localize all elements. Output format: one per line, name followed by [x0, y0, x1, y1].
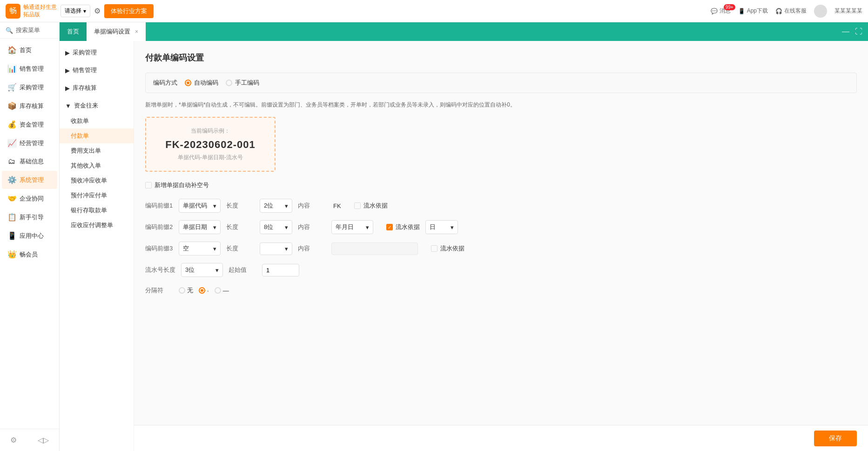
tab-minimize-button[interactable]: — [840, 26, 851, 38]
user-avatar[interactable] [814, 5, 827, 18]
sidebar-item-guide[interactable]: 📋 新手引导 [2, 208, 57, 226]
inventory-icon: 📦 [7, 101, 16, 110]
prefix3-serial-checkbox-box [431, 245, 437, 252]
tab-encoding-settings[interactable]: 单据编码设置 × [87, 22, 146, 41]
message-badge: 99+ [724, 4, 735, 10]
collapse-icon[interactable]: ◁▷ [35, 433, 52, 447]
online-service-button[interactable]: 🎧 在线客服 [775, 7, 807, 15]
sub-section-purchase: ▶ 采购管理 [60, 45, 134, 61]
sub-header-funds[interactable]: ▼ 资金往来 [60, 98, 134, 114]
prefix1-chevron-icon: ▾ [213, 202, 216, 209]
operations-icon: 📈 [7, 139, 16, 148]
sidebar: 🔍 搜索菜单 🏠 首页 📊 销售管理 🛒 采购管理 📦 库存核算 💰 [0, 22, 60, 451]
tab-close-icon[interactable]: × [135, 28, 138, 35]
serial-row: 流水号长度 3位 ▾ 起始值 [145, 263, 857, 277]
prefix3-chevron-icon: ▾ [213, 245, 216, 252]
manual-encoding-radio[interactable]: 手工编码 [226, 79, 259, 87]
sidebar-item-basic[interactable]: 🗂 基础信息 [2, 153, 57, 170]
sub-layout: ▶ 采购管理 ▶ 销售管理 ▶ 库存核算 [60, 41, 868, 451]
system-icon: ⚙️ [7, 175, 16, 184]
sidebar-item-operations[interactable]: 📈 经营管理 [2, 134, 57, 152]
sub-header-sales[interactable]: ▶ 销售管理 [60, 62, 134, 78]
prefix3-serial-checkbox[interactable]: 流水依据 [431, 244, 464, 253]
sidebar-item-system[interactable]: ⚙️ 系统管理 [2, 171, 57, 189]
auto-encoding-radio-circle [185, 80, 191, 86]
separator-dot-radio-dot [201, 289, 203, 292]
search-menu[interactable]: 🔍 搜索菜单 [0, 22, 59, 39]
auto-fill-row: 新增单据自动补空号 [145, 181, 857, 189]
settings-gear-icon[interactable]: ⚙ [94, 7, 101, 15]
app-download-button[interactable]: 📱 App下载 [738, 7, 768, 15]
sidebar-item-sales[interactable]: 📊 销售管理 [2, 60, 57, 78]
sidebar-item-inventory[interactable]: 📦 库存核算 [2, 97, 57, 115]
prefix2-period-select[interactable]: 日 ▾ [425, 220, 458, 234]
save-button[interactable]: 保存 [814, 431, 857, 446]
prefix2-length-select[interactable]: 8位 ▾ [260, 220, 292, 234]
sidebar-item-home[interactable]: 🏠 首页 [2, 41, 57, 59]
auto-fill-checkbox[interactable]: 新增单据自动补空号 [145, 181, 209, 189]
form-page: 付款单编码设置 编码方式 自动编码 [134, 41, 868, 425]
prefix1-length-chevron-icon: ▾ [285, 202, 288, 209]
sub-section-sales: ▶ 销售管理 [60, 62, 134, 78]
prefix3-select[interactable]: 空 ▾ [179, 242, 221, 256]
prefix1-label: 编码前缀1 [145, 202, 173, 210]
sidebar-item-finance[interactable]: 💰 资金管理 [2, 115, 57, 134]
company-dropdown[interactable]: 请选择 ▾ [61, 5, 90, 17]
code-preview-label: 当前编码示例： [155, 127, 265, 135]
sidebar-item-appcenter[interactable]: 📱 应用中心 [2, 227, 57, 245]
sidebar-item-purchase[interactable]: 🛒 采购管理 [2, 78, 57, 96]
sub-sidebar: ▶ 采购管理 ▶ 销售管理 ▶ 库存核算 [60, 41, 134, 451]
prefix3-length-label: 长度 [226, 244, 254, 253]
sidebar-item-vip[interactable]: 👑 畅会员 [2, 245, 57, 263]
code-preview: 当前编码示例： FK-20230602-001 单据代码-单据日期-流水号 [145, 117, 276, 172]
prefix3-length-select[interactable]: ▾ [260, 242, 292, 255]
home-icon: 🏠 [7, 46, 16, 54]
auto-encoding-radio[interactable]: 自动编码 [185, 79, 218, 87]
prefix1-length-select[interactable]: 2位 ▾ [260, 199, 292, 213]
sub-child-prepay-recv[interactable]: 预收冲应收单 [60, 173, 134, 188]
message-button[interactable]: 💬 消息 99+ [711, 7, 731, 15]
sub-child-expense[interactable]: 费用支出单 [60, 143, 134, 158]
arrow-right-sales-icon: ▶ [65, 67, 70, 74]
separator-dot-radio[interactable]: · [199, 287, 209, 294]
sub-child-prepay-pay[interactable]: 预付冲应付单 [60, 188, 134, 203]
sub-header-purchase[interactable]: ▶ 采购管理 [60, 45, 134, 61]
basic-icon: 🗂 [7, 157, 16, 166]
experience-button[interactable]: 体验行业方案 [104, 4, 154, 18]
sub-child-ap-adjust[interactable]: 应收应付调整单 [60, 218, 134, 233]
sub-child-other-income[interactable]: 其他收入单 [60, 158, 134, 173]
sub-header-inventory[interactable]: ▶ 库存核算 [60, 80, 134, 96]
main-layout: 🔍 搜索菜单 🏠 首页 📊 销售管理 🛒 采购管理 📦 库存核算 💰 [0, 22, 868, 451]
separator-none-radio[interactable]: 无 [179, 286, 193, 295]
code-preview-sub: 单据代码-单据日期-流水号 [155, 154, 265, 162]
sidebar-nav: 🏠 首页 📊 销售管理 🛒 采购管理 📦 库存核算 💰 资金管理 📈 经 [0, 39, 59, 429]
sub-child-bank-deposit[interactable]: 银行存取款单 [60, 203, 134, 218]
prefix2-select[interactable]: 单据日期 ▾ [179, 220, 221, 234]
separator-row: 分隔符 无 · — [145, 286, 857, 295]
logo-area: 畅 畅通道好生意 拓品版 [6, 4, 57, 19]
prefix3-row: 编码前缀3 空 ▾ 长度 ▾ 内容 [145, 242, 857, 256]
prefix2-content-select[interactable]: 年月日 ▾ [331, 220, 373, 234]
separator-dash-radio-circle [215, 287, 221, 294]
prefix2-row: 编码前缀2 单据日期 ▾ 长度 8位 ▾ 内容 年月日 [145, 220, 857, 234]
prefix1-select[interactable]: 单据代码 ▾ [179, 199, 221, 213]
tab-home[interactable]: 首页 [60, 22, 87, 41]
separator-none-radio-circle [179, 287, 185, 294]
separator-dash-radio[interactable]: — [215, 287, 229, 294]
sub-child-receipt[interactable]: 收款单 [60, 114, 134, 128]
encoding-radio-group: 自动编码 手工编码 [185, 79, 259, 87]
prefix2-serial-checkbox[interactable]: ✓ 流水依据 [386, 223, 420, 231]
headset-icon: 🎧 [775, 8, 782, 14]
sub-child-payment[interactable]: 付款单 [60, 128, 134, 143]
serial-length-select[interactable]: 3位 ▾ [181, 263, 223, 277]
settings-bottom-icon[interactable]: ⚙ [7, 433, 20, 447]
prefix1-serial-checkbox[interactable]: 流水依据 [354, 202, 388, 210]
search-icon: 🔍 [6, 27, 13, 34]
tab-maximize-button[interactable]: ⛶ [853, 26, 864, 38]
prefix1-content-label: 内容 [298, 202, 326, 210]
separator-dot-radio-circle [199, 287, 205, 294]
start-value-input[interactable] [262, 264, 299, 276]
sidebar-item-enterprise[interactable]: 🤝 企业协同 [2, 189, 57, 208]
sales-icon: 📊 [7, 64, 16, 73]
code-preview-value: FK-20230602-001 [155, 139, 265, 151]
